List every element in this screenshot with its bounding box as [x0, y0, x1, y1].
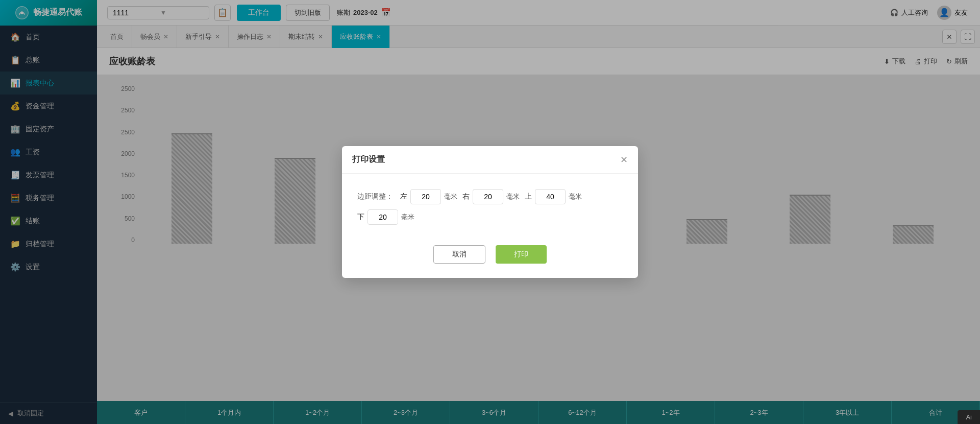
dialog-title: 打印设置: [352, 154, 385, 165]
right-margin-group: 右 毫米: [462, 189, 520, 204]
top-dir-label: 上: [525, 192, 532, 201]
right-unit: 毫米: [506, 192, 520, 201]
right-dir-label: 右: [462, 192, 470, 201]
dialog-close-button[interactable]: ✕: [620, 155, 628, 164]
left-margin-group: 左 毫米: [400, 189, 457, 204]
top-margin-group: 上 毫米: [525, 189, 582, 204]
print-settings-dialog: 打印设置 ✕ 边距调整： 左 毫米 右 毫米 上 毫米: [342, 146, 638, 278]
dialog-footer: 取消 打印: [342, 235, 638, 278]
bottom-margin-input[interactable]: [368, 209, 398, 225]
right-margin-input[interactable]: [473, 189, 503, 204]
left-margin-input[interactable]: [410, 189, 441, 204]
modal-overlay[interactable]: 打印设置 ✕ 边距调整： 左 毫米 右 毫米 上 毫米: [0, 0, 980, 424]
left-unit: 毫米: [444, 192, 457, 201]
confirm-print-button[interactable]: 打印: [496, 245, 547, 264]
top-margin-input[interactable]: [535, 189, 566, 204]
top-unit: 毫米: [569, 192, 582, 201]
bottom-margin-group: 下 毫米: [357, 209, 414, 225]
dialog-header: 打印设置 ✕: [342, 146, 638, 174]
bottom-unit: 毫米: [401, 213, 414, 222]
dialog-body: 边距调整： 左 毫米 右 毫米 上 毫米 下: [342, 174, 638, 235]
cancel-button[interactable]: 取消: [433, 245, 485, 264]
bottom-dir-label: 下: [357, 213, 364, 222]
margin-adjust-label: 边距调整：: [357, 192, 393, 201]
margin-row: 边距调整： 左 毫米 右 毫米 上 毫米 下: [357, 189, 623, 225]
left-dir-label: 左: [400, 192, 407, 201]
